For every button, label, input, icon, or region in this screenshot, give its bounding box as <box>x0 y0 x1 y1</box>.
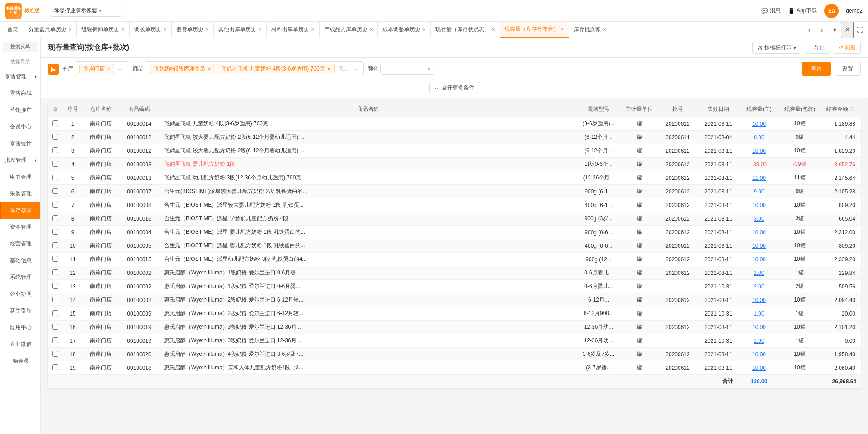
td-check[interactable] <box>48 117 63 131</box>
sidebar-item-basic-info[interactable]: 基础信息 <box>0 252 40 269</box>
product-input[interactable]: 飞鹤奶粉3段丙雅提装 ✕ 飞鹤星飞帆 儿童奶粉 4段(3-6岁适用) 700克 … <box>146 61 364 76</box>
tab-maximize-btn[interactable]: ⛶ <box>854 22 866 38</box>
td-stock-main[interactable]: -39.00 <box>739 158 779 171</box>
td-check[interactable] <box>48 144 63 158</box>
tab-close-icon[interactable]: ✕ <box>205 27 209 32</box>
row-checkbox[interactable] <box>52 297 58 302</box>
row-checkbox[interactable] <box>52 188 58 194</box>
td-check[interactable] <box>48 158 63 171</box>
export-btn[interactable]: ↓ 导出 <box>805 42 830 54</box>
sidebar-item-ecommerce-mgmt[interactable]: 电商管理 <box>0 169 40 185</box>
sidebar-item-app-center[interactable]: 应用中心 <box>0 319 40 336</box>
user-avatar[interactable]: Ea <box>824 4 839 18</box>
product-more-icon[interactable]: ··· <box>352 66 360 72</box>
tab-menu-btn[interactable]: ▾ <box>828 22 841 38</box>
td-stock-main[interactable]: 10.00 <box>739 198 779 212</box>
tab-close-icon[interactable]: ✕ <box>68 27 72 32</box>
td-check[interactable] <box>48 171 63 185</box>
td-check[interactable] <box>48 226 63 239</box>
tab-stock-dist[interactable]: 现存量（库存分布表） ✕ <box>500 22 569 38</box>
td-check[interactable] <box>48 280 63 293</box>
td-stock-main[interactable]: 10.00 <box>739 144 779 158</box>
row-checkbox[interactable] <box>52 134 58 140</box>
tab-close-icon[interactable]: ✕ <box>258 27 262 32</box>
td-check[interactable] <box>48 348 63 361</box>
td-stock-main[interactable]: 1.00 <box>739 266 779 280</box>
row-checkbox[interactable] <box>52 310 58 316</box>
row-checkbox[interactable] <box>52 215 58 221</box>
sidebar-item-purchase-mgmt[interactable]: 采购管理 <box>0 185 40 202</box>
td-check[interactable] <box>48 307 63 321</box>
tab-home[interactable]: 首页 <box>2 22 24 38</box>
row-checkbox[interactable] <box>52 161 58 167</box>
sidebar-item-wholesale-mgmt[interactable]: 批发管理 ▾ <box>0 152 40 169</box>
td-stock-main[interactable]: 10.00 <box>739 293 779 307</box>
tab-close-icon[interactable]: ✕ <box>561 27 564 32</box>
row-checkbox[interactable] <box>52 324 58 330</box>
app-download-btn[interactable]: 📱 App下载 <box>788 7 817 14</box>
row-checkbox[interactable] <box>52 351 58 357</box>
tab-scroll-right-btn[interactable]: › <box>816 22 828 38</box>
row-checkbox[interactable] <box>52 175 58 180</box>
row-checkbox[interactable] <box>52 120 58 126</box>
tab-close-icon[interactable]: ✕ <box>311 27 315 32</box>
row-checkbox[interactable] <box>52 242 58 248</box>
tab-split-history[interactable]: 分量盘点单历史 ✕ <box>24 22 77 38</box>
tab-scroll-left-btn[interactable]: ‹ <box>803 22 816 38</box>
td-check[interactable] <box>48 334 63 348</box>
tab-close-icon[interactable]: ✕ <box>369 27 373 32</box>
td-stock-main[interactable]: 10.00 <box>739 321 779 334</box>
query-btn[interactable]: 查询 <box>802 62 831 76</box>
product-tag-1-close-icon[interactable]: ✕ <box>208 66 211 71</box>
row-checkbox[interactable] <box>52 269 58 275</box>
td-stock-main[interactable]: 0.00 <box>739 131 779 144</box>
filter-toggle-btn[interactable]: ▶ <box>48 64 59 75</box>
td-stock-main[interactable]: 10.00 <box>739 361 779 375</box>
tab-goods-history[interactable]: 要货单历史 ✕ <box>172 22 214 38</box>
tab-close-icon[interactable]: ✕ <box>491 27 495 32</box>
refresh-btn[interactable]: ↺ 刷新 <box>834 42 861 54</box>
td-check[interactable] <box>48 131 63 144</box>
product-tag-2-close-icon[interactable]: ✕ <box>327 66 330 71</box>
info-icon[interactable]: ⓘ <box>850 106 854 113</box>
row-checkbox[interactable] <box>52 364 58 370</box>
sidebar-item-enterprise-wechat[interactable]: 企业微信 <box>0 336 40 353</box>
search-input[interactable]: 搜索英单 <box>3 42 38 52</box>
td-check[interactable] <box>48 185 63 198</box>
color-input[interactable]: ▾ <box>380 64 434 75</box>
td-stock-main[interactable]: 11.00 <box>739 171 779 185</box>
row-checkbox[interactable] <box>52 229 58 235</box>
sidebar-item-new-guide[interactable]: 新手引导 <box>0 302 40 319</box>
row-checkbox[interactable] <box>52 202 58 208</box>
td-check[interactable] <box>48 293 63 307</box>
sidebar-item-retail-store[interactable]: 零售商城 <box>0 85 40 102</box>
sidebar-item-ops-mgmt[interactable]: 经营管理 <box>0 236 40 252</box>
td-check[interactable] <box>48 239 63 253</box>
sidebar-item-finance-mgmt[interactable]: 资金管理 <box>0 219 40 236</box>
tab-disassemble-history[interactable]: 组装拆卸单历史 ✕ <box>77 22 130 38</box>
tab-batch-account[interactable]: 库存批次账 ✕ <box>569 22 611 38</box>
sidebar-item-member-center[interactable]: 会员中心 <box>0 118 40 135</box>
td-check[interactable] <box>48 253 63 266</box>
sidebar-item-retail-stats[interactable]: 零售统计 <box>0 135 40 152</box>
sidebar-item-retail-mgmt[interactable]: 零售管理 ▾ <box>0 68 40 85</box>
tab-mixing-history[interactable]: 调拨单历史 ✕ <box>130 22 172 38</box>
td-stock-main[interactable]: 3.00 <box>739 212 779 226</box>
td-stock-main[interactable]: 10.00 <box>739 239 779 253</box>
tab-close-icon[interactable]: ✕ <box>121 27 125 32</box>
td-check[interactable] <box>48 361 63 375</box>
td-stock-main[interactable]: 1.00 <box>739 334 779 348</box>
td-check[interactable] <box>48 266 63 280</box>
company-selector[interactable]: 母婴行业演示账套 ▾ <box>50 5 122 17</box>
tab-material-history[interactable]: 材料出库单历史 ✕ <box>267 22 320 38</box>
td-check[interactable] <box>48 198 63 212</box>
sidebar-item-system-mgmt[interactable]: 系统管理 <box>0 269 40 286</box>
warehouse-more-icon[interactable]: ··· <box>116 66 124 72</box>
tab-close-icon[interactable]: ✕ <box>163 27 167 32</box>
td-check[interactable] <box>48 212 63 226</box>
td-stock-main[interactable]: 9.00 <box>739 185 779 198</box>
template-print-btn[interactable]: 🖨 按模板打印 ▾ <box>752 42 801 54</box>
tab-outbound-history[interactable]: 其他出库单历史 ✕ <box>214 22 267 38</box>
td-stock-main[interactable]: 2.00 <box>739 280 779 293</box>
row-checkbox[interactable] <box>52 256 58 262</box>
